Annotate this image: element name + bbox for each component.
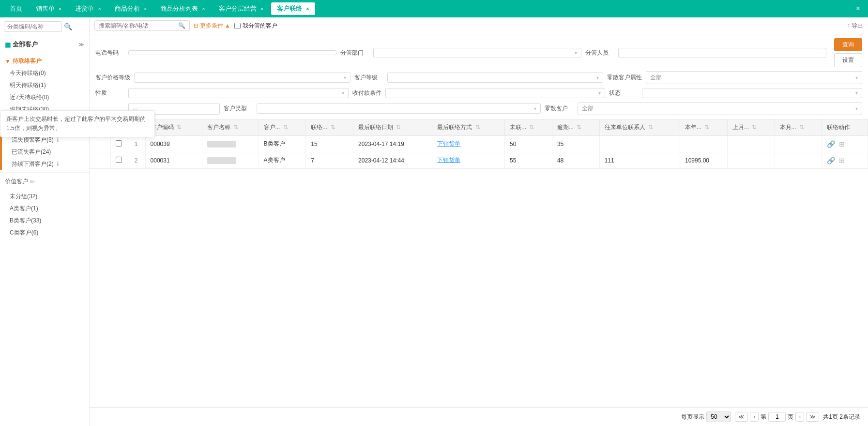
close-sales-icon[interactable]: ×: [59, 6, 61, 12]
my-customers-checkbox-area[interactable]: 我分管的客户: [234, 22, 277, 30]
row1-settings: [90, 136, 110, 152]
my-customers-checkbox[interactable]: [234, 23, 241, 29]
first-page-button[interactable]: ≪: [735, 412, 748, 422]
close-customer-contact-icon[interactable]: ×: [306, 6, 309, 12]
type-col-header[interactable]: 客户... ⇅: [259, 119, 306, 136]
sidebar-search-input[interactable]: [4, 21, 62, 32]
lastmethod-col-header[interactable]: 最后联络方式 ⇅: [432, 119, 505, 136]
row1-name-blur: [207, 141, 236, 147]
sidebar-item-tomorrow[interactable]: 明天待联络(1): [0, 79, 89, 91]
row1-checkbox[interactable]: [110, 136, 127, 152]
phone-label: 电话号码: [95, 49, 124, 57]
nav-goods-analysis[interactable]: 商品分析 ×: [109, 2, 152, 15]
row1-grid-icon[interactable]: ⊞: [839, 140, 845, 148]
main-search-icon[interactable]: 🔍: [178, 22, 185, 29]
row1-lastmethod[interactable]: 下销货单: [432, 136, 505, 152]
thismonth-col-header[interactable]: 本月... ⇅: [775, 119, 822, 136]
sidebar-item-c-class[interactable]: C类客户(6): [0, 227, 89, 239]
close-purchase-icon[interactable]: ×: [98, 6, 101, 12]
row2-thisyear: 10995.00: [680, 152, 727, 169]
row2-name[interactable]: [202, 152, 259, 169]
nav-goods-list[interactable]: 商品分析列表 ×: [154, 2, 211, 15]
close-goods-analysis-icon[interactable]: ×: [144, 6, 147, 12]
row2-check[interactable]: [116, 157, 122, 163]
lastdate-col-header[interactable]: 最后联络日期 ⇅: [353, 119, 432, 136]
tooltip-text: 距客户上次交易时长，超过了此客户的平均交易周期的1.5倍，则视为异常。: [6, 116, 146, 132]
settings-button[interactable]: 设置: [834, 53, 862, 67]
customer-type-label: 客户类型: [224, 104, 253, 113]
sidebar-item-a-class[interactable]: A类客户(1): [0, 203, 89, 215]
close-all-tabs-button[interactable]: ×: [852, 4, 864, 13]
export-button[interactable]: ↑ 导出: [847, 22, 863, 30]
dept-field[interactable]: ▾: [373, 48, 581, 58]
customer-type-field[interactable]: ▾: [257, 103, 541, 114]
person-field[interactable]: ···: [618, 48, 826, 58]
scatter-customer-label: 零散客户: [545, 104, 574, 113]
customer-grade-field[interactable]: ▾: [387, 73, 604, 83]
contacts-col-header[interactable]: 往来单位联系人 ⇅: [599, 119, 680, 136]
value-section-header[interactable]: 价值客户 ✏: [0, 175, 89, 189]
page-size-selector: 每页显示 50 20 100: [681, 411, 731, 422]
sidebar-item-b-class[interactable]: B类客户(33): [0, 215, 89, 227]
edit-icon[interactable]: ✏: [30, 178, 35, 185]
scatter-attr-field[interactable]: 全部 ▾: [646, 71, 862, 84]
row1-code[interactable]: 000039: [145, 136, 202, 152]
last-page-button[interactable]: ≫: [806, 412, 819, 422]
uncontacted-col-header[interactable]: 未联... ⇅: [505, 119, 552, 136]
row2-overdue: 48: [552, 152, 599, 169]
data-table-area: ⚙ 客户编码 ⇅ 客户名称 ⇅: [90, 119, 868, 407]
row1-contacts: [599, 136, 680, 152]
thisyear-col-header[interactable]: 本年... ⇅: [680, 119, 727, 136]
nav-customer-contact[interactable]: 客户联络 ×: [271, 2, 315, 15]
sidebar-item-declining[interactable]: 持续下滑客户(2) ℹ: [2, 158, 89, 170]
prev-page-button[interactable]: ‹: [750, 412, 759, 422]
nav-customer-tier[interactable]: 客户分层经营 ×: [213, 2, 269, 15]
row2-link-icon[interactable]: 🔗: [827, 157, 835, 164]
table-row: 2 000031 A类客户 7 2023-04-12 14:44: 下销货单 5…: [90, 152, 868, 169]
code-sort-icon: ⇅: [177, 124, 182, 131]
row1-check[interactable]: [116, 140, 122, 147]
nature-field[interactable]: ▾: [128, 88, 349, 98]
overdue-sort-icon: ⇅: [577, 124, 581, 131]
row2-grid-icon[interactable]: ⊞: [839, 157, 845, 164]
sidebar-item-today[interactable]: 今天待联络(0): [0, 67, 89, 79]
close-goods-list-icon[interactable]: ×: [202, 6, 205, 12]
all-customers-header[interactable]: ▦ 全部客户 ≫: [0, 36, 89, 53]
row2-checkbox[interactable]: [110, 152, 127, 169]
row2-contacts: 111: [599, 152, 680, 169]
row2-lastmethod[interactable]: 下销货单: [432, 152, 505, 169]
row1-index: 1: [127, 136, 145, 152]
page-number-input[interactable]: [768, 412, 786, 422]
nav-purchase[interactable]: 进货单 ×: [69, 2, 107, 15]
top-navigation: 首页 销售单 × 进货单 × 商品分析 × 商品分析列表 × 客户分层经营 × …: [0, 0, 868, 17]
row1-lastdate: 2023-04-17 14:19:: [353, 136, 432, 152]
row1-name[interactable]: [202, 136, 259, 152]
sidebar-item-7days[interactable]: 近7天待联络(0): [0, 91, 89, 103]
scatter-customer-field[interactable]: 全部 ▾: [578, 102, 862, 115]
next-page-button[interactable]: ›: [795, 412, 804, 422]
status-field[interactable]: ▾: [642, 88, 862, 98]
per-page-select[interactable]: 50 20 100: [706, 411, 731, 422]
more-conditions-button[interactable]: ⊟ 更多条件 ▲: [194, 22, 230, 30]
lastmonth-col-header[interactable]: 上月... ⇅: [727, 119, 775, 136]
close-customer-tier-icon[interactable]: ×: [260, 6, 263, 12]
contact-col-header[interactable]: 联络... ⇅: [306, 119, 353, 136]
query-button[interactable]: 查询: [834, 38, 862, 51]
sidebar-search-icon[interactable]: 🔍: [64, 23, 72, 30]
nav-home[interactable]: 首页: [4, 2, 28, 15]
pending-group-title[interactable]: ▼ 待联络客户: [0, 55, 89, 67]
payment-field[interactable]: ▾: [385, 88, 606, 98]
row2-lastdate: 2023-04-12 14:44:: [353, 152, 432, 169]
name-col-header[interactable]: 客户名称 ⇅: [202, 119, 259, 136]
overdue-col-header[interactable]: 逾期... ⇅: [552, 119, 599, 136]
sidebar-item-ungroup[interactable]: 未分组(32): [0, 191, 89, 203]
row1-link-icon[interactable]: 🔗: [827, 140, 835, 148]
dept-chevron-icon: ▾: [575, 50, 577, 56]
row2-lastmonth: [727, 152, 775, 169]
main-search-input[interactable]: [99, 22, 176, 29]
price-grade-field[interactable]: ▾: [134, 73, 350, 83]
sidebar-item-lost[interactable]: 已流失客户(24): [2, 146, 89, 158]
nav-sales[interactable]: 销售单 ×: [30, 2, 67, 15]
row2-code[interactable]: 000031: [145, 152, 202, 169]
phone-input-field[interactable]: [128, 50, 336, 55]
